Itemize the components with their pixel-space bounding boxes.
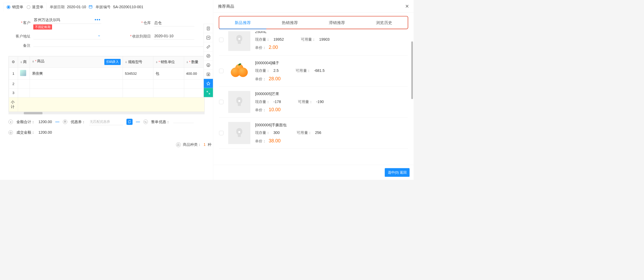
warehouse-input[interactable]: 总仓 <box>154 19 194 27</box>
deal-icon: ◎ <box>8 130 13 135</box>
calendar-icon[interactable] <box>88 4 92 10</box>
refresh-button[interactable] <box>126 119 133 125</box>
line-items-table: ⚙ ▲▼商 ▲▼*商品 扫码录入 ▲▼规格型号 ▲▼*销售单位 ▲▼*数量 1 … <box>8 56 205 112</box>
sku-suffix: 种 <box>208 142 211 147</box>
col-goods-short[interactable]: ▲▼商 <box>18 57 30 68</box>
table-row[interactable]: 1 果倍爽 534532 包 400.00 <box>9 67 204 79</box>
amount-total-label: 金额合计： <box>16 119 35 124</box>
customer-addr-input[interactable] <box>33 33 101 39</box>
radio-return-order[interactable]: 退货单 <box>27 4 43 10</box>
tab-new-products[interactable]: 新品推荐 <box>219 16 266 29</box>
sku-label: 商品种类： <box>183 142 202 147</box>
tool-star[interactable] <box>204 79 213 88</box>
price-label: 单价：10.00 <box>255 107 408 113</box>
side-toolbar <box>203 24 213 97</box>
dash-icon: — <box>55 119 59 124</box>
svg-line-8 <box>209 93 210 94</box>
stock-label: 现存量：-178 <box>255 99 281 104</box>
product-image-placeholder <box>228 91 250 113</box>
selected-return-button[interactable]: 选中(0) 返回 <box>385 168 410 177</box>
tool-expand[interactable] <box>204 88 213 97</box>
product-checkbox[interactable] <box>219 131 224 135</box>
product-name: [0000005]芒果 <box>255 91 408 96</box>
product-row: 250mL 现存量：19952 可用量：19903 单价：2.00 <box>219 31 408 55</box>
tool-link[interactable] <box>204 42 213 52</box>
sku-count: 1 <box>203 143 206 147</box>
stock-label: 现存量：2.5 <box>255 68 279 73</box>
payment-due-input[interactable]: 2020-01-10 <box>154 33 194 40</box>
currency-icon: ¥ <box>8 120 13 124</box>
tab-hot-products[interactable]: 热销推荐 <box>266 16 314 29</box>
product-checkbox[interactable] <box>219 69 224 73</box>
table-row[interactable]: 3 <box>9 88 204 97</box>
horizontal-scrollbar[interactable] <box>8 112 205 114</box>
product-row: [0000004]橘子 现存量：2.5 可用量：-681.5 单价：28.00 <box>219 55 408 87</box>
deal-amount-label: 成交金额： <box>16 130 35 135</box>
tab-history[interactable]: 浏览历史 <box>361 16 408 29</box>
product-row: [0000005]芒果 现存量：-178 可用量：-190 单价：10.00 <box>219 87 408 118</box>
customer-input[interactable]: 苏州万达沃尔玛 ••• <box>33 16 101 24</box>
sku-icon: 品 <box>176 142 181 147</box>
remark-input[interactable] <box>33 44 203 46</box>
whole-discount-input[interactable] <box>173 121 194 123</box>
col-spec[interactable]: ▲▼规格型号 <box>123 57 153 68</box>
product-image-placeholder <box>228 31 250 51</box>
stock-label: 现存量：300 <box>255 130 280 135</box>
col-qty[interactable]: ▲▼*数量 <box>184 57 204 68</box>
available-label: 可用量：-190 <box>298 99 324 104</box>
scan-input-button[interactable]: 扫码录入 <box>104 59 121 65</box>
discount-icon: % <box>143 120 148 124</box>
available-label: 可用量：19903 <box>301 37 330 42</box>
ellipsis-icon[interactable]: ••• <box>94 17 101 23</box>
payment-due-label: *收款到期日 <box>129 34 151 39</box>
tool-exchange[interactable] <box>204 52 213 61</box>
customer-label: *客户 <box>8 20 30 25</box>
table-row[interactable]: 2 <box>9 79 204 88</box>
stock-label: 现存量：19952 <box>255 37 284 42</box>
bill-date-value[interactable]: 2020-01-10 <box>67 5 86 9</box>
whole-discount-label: 整单优惠： <box>151 119 170 124</box>
vertical-scrollbar[interactable] <box>411 41 413 99</box>
product-checkbox[interactable] <box>219 38 224 42</box>
gear-header[interactable]: ⚙ <box>9 57 18 68</box>
tab-slow-products[interactable]: 滞销推荐 <box>314 16 361 29</box>
tool-chart[interactable] <box>204 33 213 42</box>
product-image <box>228 60 250 82</box>
gear-icon: ⚙ <box>12 60 15 64</box>
product-name: [0000004]橘子 <box>255 60 408 65</box>
tool-note[interactable] <box>204 24 213 33</box>
amount-total-value: 1200.00 <box>38 120 52 124</box>
product-row: [0000006]手撕面包 现存量：300 可用量：256 单价：38.00 <box>219 118 408 149</box>
bill-date-label: 单据日期 <box>50 4 65 10</box>
bill-date-field: 单据日期 2020-01-10 <box>50 4 93 10</box>
tool-currency[interactable] <box>204 70 213 79</box>
coupon-label: 优惠券： <box>71 119 86 124</box>
chevron-down-icon[interactable] <box>98 34 101 38</box>
svg-point-4 <box>207 63 210 67</box>
product-image-placeholder <box>228 122 250 144</box>
coupon-input[interactable]: 无匹配优惠券 <box>89 118 123 125</box>
dash-icon: — <box>136 119 140 124</box>
coupon-icon: 券 <box>63 120 67 124</box>
svg-rect-0 <box>89 5 92 8</box>
bill-code-label: 单据编号 <box>96 4 111 10</box>
order-type-radio-group: 销货单 退货单 <box>3 3 47 11</box>
price-label: 单价：38.00 <box>255 138 408 144</box>
close-icon[interactable]: ✕ <box>405 3 409 9</box>
tool-house[interactable] <box>204 60 213 70</box>
svg-point-3 <box>207 54 210 58</box>
remark-label: 备注 <box>8 43 30 48</box>
price-label: 单价：28.00 <box>255 76 408 81</box>
recommend-title: 推荐商品 <box>218 3 234 9</box>
product-checkbox[interactable] <box>219 100 224 104</box>
svg-point-10 <box>238 100 240 102</box>
available-label: 可用量：-681.5 <box>296 68 324 73</box>
fixed-period-tag: 不固定账期 <box>33 24 52 29</box>
col-goods[interactable]: ▲▼*商品 扫码录入 <box>30 57 123 68</box>
product-name: 250mL <box>255 31 408 34</box>
radio-sales-order[interactable]: 销货单 <box>7 4 23 10</box>
col-unit[interactable]: ▲▼*销售单位 <box>153 57 184 68</box>
radio-icon <box>7 5 10 9</box>
svg-point-11 <box>238 131 240 133</box>
radio-label: 退货单 <box>32 4 43 10</box>
